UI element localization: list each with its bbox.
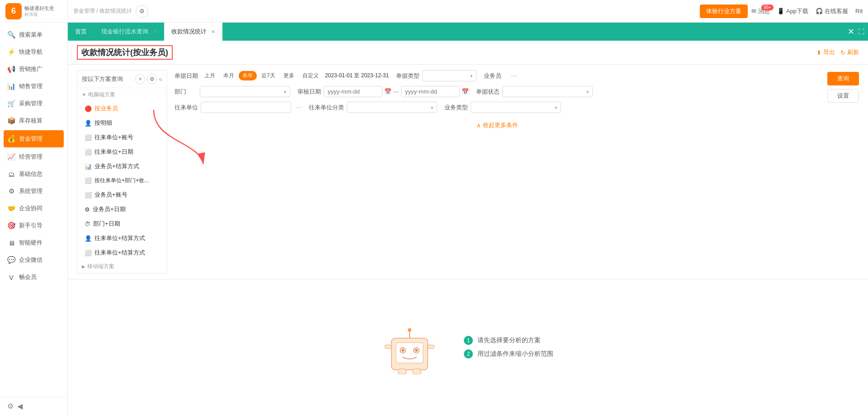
- sidebar-item-operation[interactable]: 📈 经营管理: [0, 148, 67, 165]
- date-tab-this-year[interactable]: 本年: [239, 71, 257, 80]
- topbar-gear-icon[interactable]: ⚙: [136, 5, 148, 18]
- date-tab-last-month[interactable]: 上月: [201, 71, 219, 80]
- operation-icon: 📈: [7, 153, 15, 161]
- page-title: 收款情况统计(按业务员): [77, 45, 173, 60]
- review-date-to[interactable]: [401, 86, 460, 97]
- inventory-icon: 📦: [7, 117, 15, 125]
- counterpart-type-select[interactable]: [347, 102, 437, 113]
- sales-icon: 📊: [7, 82, 15, 90]
- tab-bank-flow-close[interactable]: ✕: [153, 29, 157, 35]
- biz-type-label: 业务类型: [444, 104, 468, 112]
- sidebar-item-marketing[interactable]: 📢 营销推广: [0, 61, 67, 78]
- doc-status-filter: 单据状态: [476, 86, 593, 97]
- scheme-item-by-detail[interactable]: 👤 按明细: [77, 116, 167, 130]
- scheme-sd-icon: ⚙: [85, 206, 90, 213]
- tab-bank-flow[interactable]: 现金银行流水查询 ✕: [94, 23, 164, 41]
- sidebar-item-basicinfo[interactable]: 🗂 基础信息: [0, 165, 67, 183]
- sidebar-item-inventory[interactable]: 📦 库存核算: [0, 112, 67, 129]
- settings-footer-icon[interactable]: ⚙: [7, 402, 14, 410]
- calendar-icon-to: 📅: [462, 88, 469, 95]
- date-tab-7days[interactable]: 近7天: [258, 71, 279, 80]
- dept-select-wrap: [200, 86, 290, 97]
- salesman-more-btn[interactable]: ···: [511, 72, 517, 80]
- tab-home[interactable]: 首页: [68, 23, 94, 41]
- app-download-button[interactable]: 📱 App下载: [777, 7, 808, 15]
- counterpart-more-btn[interactable]: ···: [296, 104, 302, 112]
- sidebar-item-sales[interactable]: 📊 销售管理: [0, 78, 67, 95]
- mobile-schemes-section: ▶ 移动端方案: [77, 260, 167, 273]
- scheme-dd-icon: ⏱: [85, 221, 90, 227]
- sidebar-item-enterprise[interactable]: 🤝 企业协同: [0, 200, 67, 217]
- scheme-collapse-btn[interactable]: «: [159, 75, 162, 83]
- app-logo: 6 畅捷通好生意 标准版: [0, 0, 67, 23]
- desktop-schemes-section: ▼ 电脑端方案 🔴 按业务员 👤 按明细 ⬜: [77, 88, 167, 260]
- scheme-ss-icon: 📊: [85, 163, 92, 170]
- tab-collection-close[interactable]: ✕: [211, 29, 215, 35]
- doc-type-select[interactable]: [422, 70, 476, 81]
- collapse-sidebar-icon[interactable]: ◀: [17, 402, 23, 410]
- sidebar-item-quicknav[interactable]: ⚡ 快捷导航: [0, 43, 67, 61]
- mobile-section-header[interactable]: ▶ 移动端方案: [77, 260, 167, 273]
- review-date-range: 📅 — 📅: [324, 86, 469, 97]
- biz-type-select[interactable]: [471, 102, 561, 113]
- review-date-from[interactable]: [324, 86, 382, 97]
- scheme-add-btn[interactable]: +: [135, 74, 145, 84]
- empty-steps: 1 请先选择要分析的方案 2 用过滤条件来缩小分析范围: [464, 336, 553, 358]
- scheme-label: 按以下方案查询: [82, 75, 133, 83]
- scheme-item-dept-date[interactable]: ⏱ 部门+日期: [77, 217, 167, 231]
- sidebar-item-member[interactable]: V 畅会员: [0, 269, 67, 286]
- scheme-item-counterpart-settle1[interactable]: 👤 往来单位+结算方式: [77, 231, 167, 245]
- breadcrumb: 资金管理 / 收款情况统计: [73, 7, 132, 15]
- export-icon: ⬆: [816, 49, 821, 56]
- scheme-item-salesman-date[interactable]: ⚙ 业务员+日期: [77, 202, 167, 217]
- trial-button[interactable]: 体验行业方案: [700, 5, 748, 18]
- scheme-item-counterpart-settle2[interactable]: ⬜ 往来单位+结算方式: [77, 245, 167, 260]
- dept-select[interactable]: [200, 86, 290, 97]
- query-button[interactable]: 查询: [827, 72, 859, 85]
- scheme-item-salesman-settle[interactable]: 📊 业务员+结算方式: [77, 159, 167, 174]
- user-name[interactable]: Rit: [855, 8, 863, 14]
- svg-rect-9: [385, 345, 392, 349]
- collapse-filters-btn[interactable]: ∧ 收起更多条件: [476, 121, 518, 129]
- column-settings-button[interactable]: 设置: [827, 89, 859, 103]
- scheme-settings-btn[interactable]: ⚙: [147, 74, 157, 84]
- maximize-icon[interactable]: ⛶: [858, 28, 864, 35]
- message-button[interactable]: ✉ 消息 99+: [751, 7, 770, 15]
- sidebar-item-finance[interactable]: 💰 资金管理: [4, 130, 64, 147]
- sidebar-item-hardware[interactable]: 🖥 智能硬件: [0, 234, 67, 251]
- online-service-button[interactable]: 🎧 在线客服: [816, 7, 848, 15]
- export-button[interactable]: ⬆ 导出: [816, 48, 835, 57]
- mobile-section-arrow: ▶: [82, 264, 85, 269]
- desktop-section-header[interactable]: ▼ 电脑端方案: [77, 88, 167, 101]
- counterpart-filter: 往来单位 ···: [175, 102, 302, 113]
- scheme-item-counterpart-account[interactable]: ⬜ 往来单位+账号: [77, 130, 167, 145]
- step-num-1: 1: [464, 336, 473, 345]
- scheme-item-salesman-account[interactable]: ⬜ 业务员+账号: [77, 188, 167, 202]
- dept-label: 部门: [175, 88, 197, 96]
- tabs-actions: ✕ ⛶: [848, 27, 864, 37]
- scheme-item-by-salesman[interactable]: 🔴 按业务员: [77, 101, 167, 116]
- counterpart-input[interactable]: [201, 102, 291, 113]
- doc-type-select-wrap: [422, 70, 476, 81]
- close-all-tabs-icon[interactable]: ✕: [848, 27, 854, 37]
- scheme-item-counterpart-dept[interactable]: ⬜ 按往来单位+部门+收...: [77, 174, 167, 188]
- date-tab-custom[interactable]: 自定义: [299, 71, 322, 80]
- sidebar-item-wechat[interactable]: 💬 企业微信: [0, 251, 67, 269]
- refresh-button[interactable]: ↻ 刷新: [840, 48, 859, 57]
- marketing-icon: 📢: [7, 65, 15, 73]
- doc-status-select[interactable]: [502, 86, 593, 97]
- sidebar-item-search[interactable]: 🔍 搜索菜单: [0, 26, 67, 43]
- date-tab-more[interactable]: 更多: [280, 71, 298, 80]
- date-tab-this-month[interactable]: 本月: [220, 71, 238, 80]
- tab-collection[interactable]: 收款情况统计 ✕: [164, 23, 222, 41]
- member-icon: V: [7, 273, 15, 281]
- sidebar-item-purchase[interactable]: 🛒 采购管理: [0, 95, 67, 112]
- sidebar-item-beginner[interactable]: 🎯 新手引导: [0, 217, 67, 234]
- date-filter: 单据日期 上月 本月 本年 近7天 更多 自定义 2023-01-01: [175, 71, 389, 80]
- date-tabs: 上月 本月 本年 近7天 更多 自定义: [201, 71, 322, 80]
- topbar-right: ✉ 消息 99+ 📱 App下载 🎧 在线客服 Rit: [751, 7, 863, 15]
- sidebar-item-system[interactable]: ⚙ 系统管理: [0, 183, 67, 200]
- scheme-item-counterpart-date[interactable]: ⬜ 往来单位+日期: [77, 145, 167, 159]
- message-badge: 99+: [761, 5, 774, 10]
- svg-rect-11: [398, 369, 406, 374]
